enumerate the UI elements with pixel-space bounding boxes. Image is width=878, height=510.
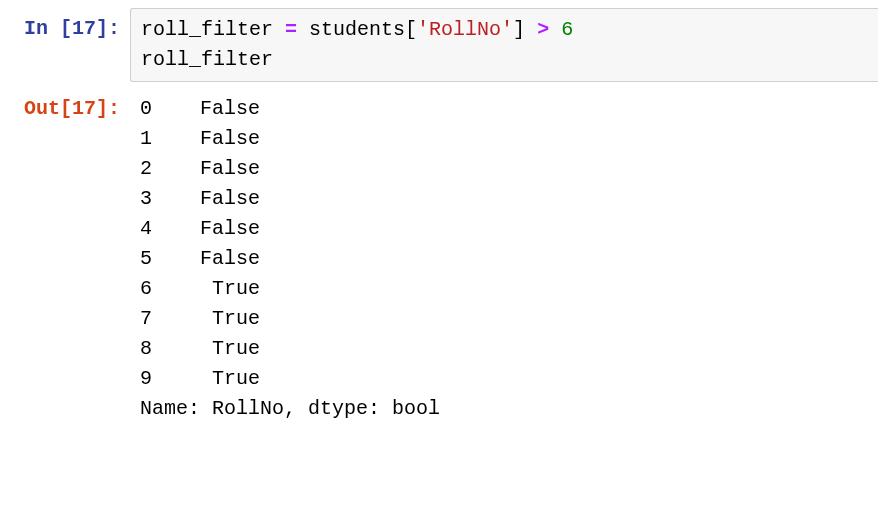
code-token-lbracket: [ <box>405 18 417 41</box>
code-token-space <box>549 18 561 41</box>
output-cell: Out[17]: 0 False 1 False 2 False 3 False… <box>0 88 878 430</box>
output-prompt: Out[17]: <box>0 88 130 124</box>
output-footer: Name: RollNo, dtype: bool <box>140 397 440 420</box>
code-token-assign: = <box>273 18 309 41</box>
code-token-number: 6 <box>561 18 573 41</box>
output-text: 0 False 1 False 2 False 3 False 4 False … <box>130 88 878 430</box>
input-prompt: In [17]: <box>0 8 130 44</box>
code-token-variable: roll_filter <box>141 48 273 71</box>
code-token-space <box>525 18 537 41</box>
code-token-variable: roll_filter <box>141 18 273 41</box>
code-token-rbracket: ] <box>513 18 525 41</box>
code-token-operator: > <box>537 18 549 41</box>
code-input[interactable]: roll_filter = students['RollNo'] > 6 rol… <box>130 8 878 82</box>
code-token-identifier: students <box>309 18 405 41</box>
input-cell: In [17]: roll_filter = students['RollNo'… <box>0 8 878 82</box>
code-token-string: 'RollNo' <box>417 18 513 41</box>
